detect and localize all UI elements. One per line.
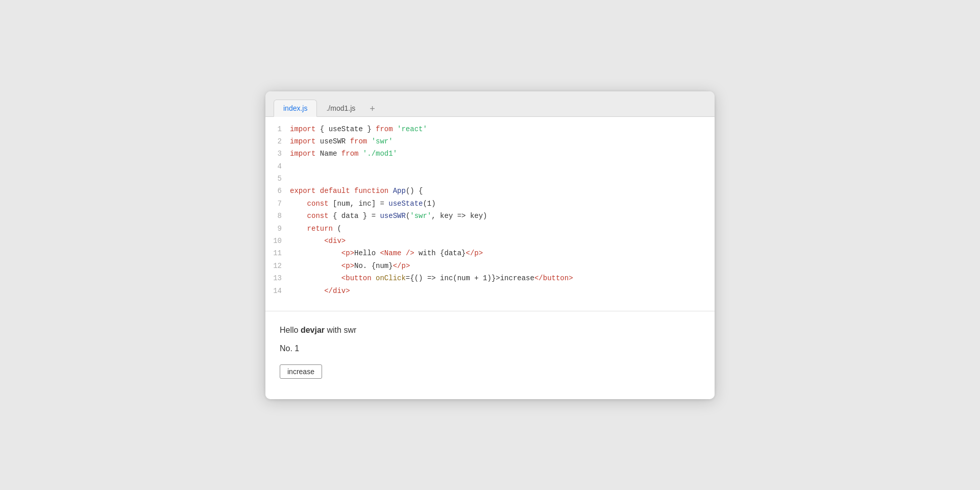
token-plain bbox=[367, 137, 371, 145]
line-number: 6 bbox=[265, 185, 290, 197]
line-number: 5 bbox=[265, 173, 290, 184]
token-str: './mod1' bbox=[363, 150, 397, 158]
token-tag: <p> bbox=[341, 262, 354, 270]
token-plain bbox=[372, 274, 376, 282]
token-plain: ( bbox=[333, 225, 341, 233]
token-str: 'react' bbox=[397, 125, 427, 133]
hello-suffix: with swr bbox=[325, 326, 356, 334]
token-fn: useState bbox=[388, 200, 423, 208]
increase-button[interactable]: increase bbox=[280, 364, 322, 379]
code-line: 12 <p>No. {num}</p> bbox=[265, 260, 715, 272]
token-tag: <Name /> bbox=[380, 249, 414, 257]
tab-index-js[interactable]: index.js bbox=[274, 100, 317, 117]
token-plain bbox=[350, 187, 354, 195]
token-plain bbox=[290, 212, 307, 220]
code-line: 1import { useState } from 'react' bbox=[265, 123, 715, 135]
token-plain: with {data} bbox=[414, 249, 466, 257]
token-kw: function bbox=[354, 187, 388, 195]
line-number: 11 bbox=[265, 248, 290, 259]
token-plain: >increase bbox=[496, 274, 534, 282]
hello-prefix: Hello bbox=[280, 326, 301, 334]
token-plain bbox=[290, 287, 324, 295]
token-plain bbox=[290, 200, 307, 208]
tab-mod1-js[interactable]: ./mod1.js bbox=[317, 100, 364, 116]
token-kw: from bbox=[341, 150, 359, 158]
code-line: 9 return ( bbox=[265, 223, 715, 235]
line-number: 10 bbox=[265, 235, 290, 247]
line-content: import Name from './mod1' bbox=[290, 148, 715, 159]
token-kw: import bbox=[290, 137, 315, 145]
line-number: 1 bbox=[265, 124, 290, 135]
token-str: 'swr' bbox=[372, 137, 393, 145]
line-number: 8 bbox=[265, 210, 290, 222]
code-line: 5 bbox=[265, 173, 715, 185]
token-kw: default bbox=[320, 187, 350, 195]
token-plain: { useState } bbox=[315, 125, 376, 133]
token-plain: [num, inc] = bbox=[329, 200, 389, 208]
editor-window: index.js ./mod1.js + 1import { useState … bbox=[265, 91, 715, 399]
line-content: const { data } = useSWR('swr', key => ke… bbox=[290, 210, 715, 222]
tab-add-button[interactable]: + bbox=[364, 101, 380, 116]
token-plain bbox=[290, 274, 341, 282]
token-kw: import bbox=[290, 125, 315, 133]
token-plain bbox=[358, 150, 362, 158]
line-content: return ( bbox=[290, 223, 715, 234]
line-number: 4 bbox=[265, 161, 290, 172]
token-tag: </button> bbox=[534, 274, 573, 282]
hello-bold: devjar bbox=[301, 326, 325, 334]
line-number: 13 bbox=[265, 273, 290, 284]
preview-no: No. 1 bbox=[280, 344, 700, 353]
token-kw: return bbox=[307, 225, 333, 233]
code-line: 13 <button onClick={() => inc(num + 1)}>… bbox=[265, 272, 715, 284]
line-number: 7 bbox=[265, 198, 290, 209]
token-plain bbox=[290, 237, 324, 245]
token-kw: const bbox=[307, 200, 329, 208]
token-tag: <div> bbox=[324, 237, 346, 245]
code-line: 2import useSWR from 'swr' bbox=[265, 135, 715, 148]
line-content: export default function App() { bbox=[290, 185, 715, 197]
token-plain: Hello bbox=[354, 249, 380, 257]
token-kw: from bbox=[376, 125, 393, 133]
token-tag: <button bbox=[341, 274, 372, 282]
line-content: import { useState } from 'react' bbox=[290, 124, 715, 135]
token-plain bbox=[290, 262, 341, 270]
token-plain: , key => key) bbox=[431, 212, 487, 220]
token-tag: </div> bbox=[324, 287, 350, 295]
token-plain: () { bbox=[406, 187, 423, 195]
token-plain: useSWR bbox=[315, 137, 350, 145]
token-attr: onClick bbox=[376, 274, 406, 282]
line-number: 12 bbox=[265, 260, 290, 272]
code-line: 6export default function App() { bbox=[265, 185, 715, 197]
code-line: 10 <div> bbox=[265, 235, 715, 247]
token-plain: () => inc(num + 1) bbox=[414, 274, 492, 282]
line-content: const [num, inc] = useState(1) bbox=[290, 198, 715, 209]
preview-hello: Hello devjar with swr bbox=[280, 326, 700, 335]
token-plain bbox=[388, 187, 393, 195]
token-plain: Name bbox=[315, 150, 341, 158]
token-tag: <p> bbox=[341, 249, 354, 257]
code-line: 14 </div> bbox=[265, 285, 715, 297]
line-number: 9 bbox=[265, 223, 290, 234]
token-kw: import bbox=[290, 150, 315, 158]
token-plain: ={ bbox=[406, 274, 414, 282]
token-plain bbox=[393, 125, 397, 133]
token-plain: No. {num} bbox=[354, 262, 393, 270]
code-line: 7 const [num, inc] = useState(1) bbox=[265, 198, 715, 210]
token-kw: const bbox=[307, 212, 329, 220]
code-line: 4 bbox=[265, 160, 715, 173]
preview-area: Hello devjar with swr No. 1 increase bbox=[265, 311, 715, 399]
code-line: 11 <p>Hello <Name /> with {data}</p> bbox=[265, 247, 715, 259]
token-plain: { data } = bbox=[329, 212, 380, 220]
line-number: 2 bbox=[265, 136, 290, 147]
token-plain bbox=[290, 249, 341, 257]
line-number: 3 bbox=[265, 148, 290, 159]
code-line: 8 const { data } = useSWR('swr', key => … bbox=[265, 210, 715, 222]
line-content: </div> bbox=[290, 285, 715, 297]
token-plain bbox=[315, 187, 320, 195]
line-content: <button onClick={() => inc(num + 1)}>inc… bbox=[290, 273, 715, 284]
code-line: 3import Name from './mod1' bbox=[265, 148, 715, 160]
token-plain bbox=[290, 225, 307, 233]
token-fn: useSWR bbox=[380, 212, 405, 220]
token-str: 'swr' bbox=[410, 212, 431, 220]
line-content: <div> bbox=[290, 235, 715, 247]
